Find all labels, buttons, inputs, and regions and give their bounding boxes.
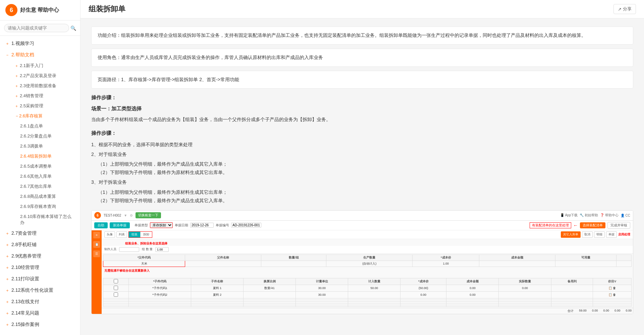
ss-cell-available [555, 261, 616, 267]
sidebar-item-mobile[interactable]: ＋ 2.8手机旺铺 [0, 239, 80, 250]
sidebar-item-267[interactable]: 2.6.7其他出库单 [15, 181, 80, 191]
table-row [103, 305, 632, 306]
sidebar-item-docs[interactable]: － 2.帮助文档 [0, 49, 80, 61]
ss-row-check-1[interactable] [114, 286, 118, 290]
ss-annotation-right: 有装配清单的在这里处理 [530, 222, 571, 228]
ss-row-check-2[interactable] [114, 292, 118, 297]
sidebar-item-prepare[interactable]: ＋ 2.3使用前数据准备 [9, 81, 80, 91]
sidebar-item-personalize[interactable]: ＋ 2.12系统个性化设置 [0, 285, 80, 296]
sidebar-item-269[interactable]: 2.6.9库存账本查询 [15, 202, 80, 212]
ss-left-nav: ≡ 📋 ☰ [92, 230, 102, 314]
sidebar-item-payment[interactable]: ＋ 2.13在线支付 [0, 296, 80, 308]
ss-app-download: 📱 App下载 [560, 213, 578, 218]
search-icon[interactable]: 🔍 [70, 25, 76, 31]
sidebar-item-268[interactable]: 2.6.8商品成本重算 [15, 191, 80, 202]
sidebar-item-finance[interactable]: ＋ 2.7资金管理 [0, 228, 80, 239]
expand-icon-12: ＋ [5, 288, 9, 293]
ss-type-btns: 组装 拆卸 [128, 231, 152, 238]
ss-tab-self[interactable]: 自助 [94, 222, 108, 228]
intro-text: 功能介绍：组装拆卸单用来处理企业组装或拆卸等加工业务，支持有固定装配清单的产品加… [98, 33, 586, 38]
ss-type-selector-area: 组装 拆卸 组装业务、拆卸业务在这里选择 [128, 231, 152, 238]
ss-cell-child-cost1: (50.00) [400, 285, 446, 291]
expand-icon-21: ＋ [15, 63, 18, 68]
sidebar-item-newbie[interactable]: ＋ 2.1新手入门 [9, 61, 80, 71]
step2-sub: （1）上部明细为父件明细，最终作为产成品生成其它入库单； （2）下部明细为子件明… [98, 160, 633, 177]
sidebar-item-cases[interactable]: ＋ 2.15操作案例 [0, 319, 80, 330]
ss-other-instock-btn[interactable]: 其它入库单 [561, 231, 581, 238]
ss-main-body: 头像 列表 组装 拆卸 组装业务、拆卸业务在这里选择 [102, 230, 633, 314]
sidebar-item-video[interactable]: ＋ 1.视频学习 [0, 38, 80, 49]
ss-people-input[interactable] [119, 247, 139, 252]
main-content-area: 组装拆卸单 ↗ 分享 功能介绍：组装拆卸单用来处理企业组装或拆卸等加工业务，支持… [80, 0, 644, 335]
sidebar-item-purchase[interactable]: ＋ 2.5采购管理 [9, 101, 80, 111]
nav-sub-26: 2.6.1盘点单 2.6.2分量盘点单 2.6.3调拨单 2.6.4组装拆卸单 … [15, 121, 80, 228]
ss-inner-toolbar: 头像 列表 组装 拆卸 组装业务、拆卸业务在这里选择 [102, 230, 633, 239]
ss-bill-num-input[interactable] [231, 223, 261, 228]
sidebar-item-264[interactable]: 2.6.4组装拆卸单 [15, 151, 80, 161]
sidebar-item-266[interactable]: 2.6.6其他入库单 [15, 171, 80, 181]
ss-detail-btn[interactable]: 明细 [594, 231, 605, 238]
sidebar-item-management[interactable]: ＋ 2.10经营管理 [0, 262, 80, 273]
ss-qty-input[interactable] [155, 247, 169, 252]
ss-nav-icon-1[interactable]: ≡ [93, 232, 100, 238]
ss-company-name: TEST-H002 [104, 214, 121, 217]
table-row: 天米 (自动计入) 1.00 [103, 261, 632, 267]
page-title: 组装拆卸单 [89, 4, 125, 14]
search-input[interactable] [4, 24, 69, 32]
ss-cell-child-cost-amt1: 0.00 [446, 285, 499, 291]
ss-type-assemble-btn[interactable]: 组装 [129, 232, 140, 237]
ss-topbar: 6 TEST-H002 ▼ ⚙ 切换账套一下 📱 App下载 🔧 初始帮助 ❓ … [92, 211, 633, 221]
ss-lower-table: *子件代码 子件名称 换算比例 计量单位 计入数量 *成本价 成本金额 实际数量 [103, 278, 632, 307]
ss-field-label-num: 单据编号 [216, 223, 229, 228]
ss-summary-row: 制作人员 组 数 量 [102, 246, 633, 254]
expand-icon-7: ＋ [5, 231, 9, 236]
ss-cell-op2-2: 📋 🗑 [593, 291, 632, 298]
sidebar-item-261[interactable]: 2.6.1盘点单 [15, 121, 80, 131]
ss-cell-parent-name [185, 261, 261, 267]
sidebar-item-faq[interactable]: ＋ 2.14常见问题 [0, 308, 80, 319]
sidebar-item-coupon[interactable]: ＋ 2.9优惠券管理 [0, 250, 80, 262]
logo-icon: 6 [5, 4, 17, 16]
screenshot: 6 TEST-H002 ▼ ⚙ 切换账套一下 📱 App下载 🔧 初始帮助 ❓ … [92, 211, 633, 314]
ss-list-btn[interactable]: 列表 [116, 231, 127, 238]
sidebar-item-2610[interactable]: 2.6.10库存账本算错了怎么办 [15, 212, 80, 228]
ss-switch-account-btn[interactable]: 切换账套一下 [136, 212, 161, 218]
ss-date-input[interactable] [190, 223, 214, 228]
sidebar-item-inventory[interactable]: － 2.6库存核算 [9, 111, 80, 121]
sidebar-item-262[interactable]: 2.6.2分量盘点单 [15, 131, 80, 141]
ss-cell-enter-qty2 [348, 291, 400, 298]
ss-cell-child-cost-amt2: 0.00 [446, 291, 499, 298]
ss-confirm-btn[interactable]: 完成并审核 [607, 222, 630, 229]
expand-icon-10: ＋ [5, 265, 9, 271]
ss-tab-new[interactable]: 新添单据 [110, 222, 130, 228]
share-button[interactable]: ↗ 分享 [613, 4, 636, 14]
ss-nav-icon-3[interactable]: ☰ [93, 250, 100, 257]
ss-select-config-btn[interactable]: 选择装配清单 [580, 222, 605, 228]
path-block: 页面路径：1、库存核算->库存管理->组装拆卸单 2、首页->常用功能 [91, 71, 633, 89]
ss-footer-val5: 0.00 [626, 309, 632, 313]
ss-cell-unit2: 30.00 [296, 291, 348, 298]
path-text: 页面路径：1、库存核算->库存管理->组装拆卸单 2、首页->常用功能 [98, 77, 239, 82]
steps-title: 操作步骤： [91, 130, 633, 136]
ss-cell-unit1: 30.00 [296, 285, 348, 291]
ss-init-help: 🔧 初始帮助 [580, 213, 598, 218]
step3-sub: （1）上部明细为父件明细，最终作为原材料生成其它出库单； （2）下部明细为子件明… [98, 188, 633, 205]
ss-bill-type-select[interactable]: 库存拆卸 库存组装 [150, 222, 173, 228]
ss-type-dismantle-btn[interactable]: 拆卸 [140, 232, 152, 237]
ss-bill-btn[interactable]: 单据 [606, 231, 617, 238]
sidebar-item-install[interactable]: ＋ 2.2产品安装及登录 [9, 71, 80, 81]
logo-text: 好生意 帮助中心 [20, 7, 59, 14]
ss-body-area: ≡ 📋 ☰ 头像 列表 组装 [92, 230, 633, 314]
ss-nav-icon-2[interactable]: 📋 [93, 241, 100, 248]
sidebar-item-sales[interactable]: ＋ 2.4销售管理 [9, 91, 80, 101]
ss-head-btn[interactable]: 头像 [104, 231, 115, 238]
ss-logo-icon: 6 [94, 212, 101, 219]
ss-cancel-btn[interactable]: 取消 [582, 231, 593, 238]
sidebar-item-265[interactable]: 2.6.5成本调整单 [15, 161, 80, 171]
ss-dropdown-icon: ▼ [124, 214, 127, 217]
ss-footer: 合计 59.00 0.00 0.00 0.00 0.00 [102, 308, 633, 314]
logo-area: 6 好生意 帮助中心 [0, 0, 80, 20]
step3-sub2: （2）下部明细为子件明细，最终作为产成品生成其它入库单。 [98, 197, 633, 205]
sidebar-item-263[interactable]: 2.6.3调拨单 [15, 141, 80, 151]
sidebar-item-print[interactable]: ＋ 2.11打印设置 [0, 273, 80, 285]
